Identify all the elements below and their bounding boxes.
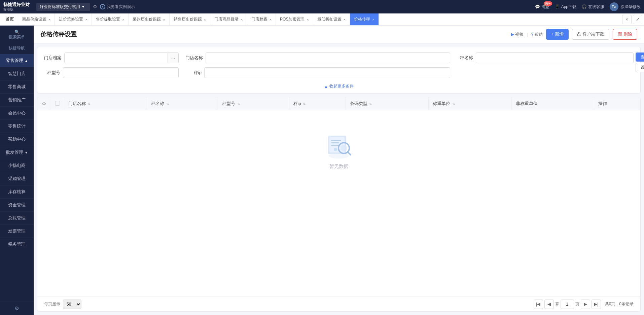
app-download-label: App下载 <box>561 4 576 10</box>
sidebar-item-inventory[interactable]: 库存核算 <box>0 185 34 198</box>
page-next-button[interactable]: ▶ <box>581 300 590 309</box>
svg-point-7 <box>341 145 347 151</box>
edition-settings-icon[interactable]: ⚙ <box>93 4 97 9</box>
filter-scale-name-label: 秤名称 <box>457 55 473 61</box>
sidebar-item-retail[interactable]: 零售管理 ▲ <box>0 54 34 67</box>
filter-scale-ip-input[interactable] <box>204 67 450 78</box>
download-button-label: 凸 客户端下载 <box>577 31 605 37</box>
sidebar-item-purchase[interactable]: 采购管理 <box>0 172 34 185</box>
video-icon: ▶ <box>511 32 514 37</box>
tab-store-file[interactable]: 门店档案 × <box>247 13 276 26</box>
tab-commodity-price-close[interactable]: × <box>48 18 50 22</box>
filter-store-file-btn[interactable]: ··· <box>168 53 179 63</box>
tab-sale-history-label: 销售历史价跟踪 <box>174 16 202 22</box>
help-link[interactable]: ? 帮助 <box>531 32 543 37</box>
app-download-button[interactable]: 📱 App下载 <box>555 4 576 10</box>
page-label: 算 <box>555 301 559 307</box>
empty-state: 暂无数据 <box>37 110 640 190</box>
sidebar-item-invoice[interactable]: 发票管理 <box>0 224 34 238</box>
tab-purchase-strategy-close[interactable]: × <box>85 18 87 22</box>
page-last-button[interactable]: ▶| <box>592 300 601 309</box>
table-scroll[interactable]: ⚙ 门店名称 ⇅ 秤名称 ⇅ 秤型号 ⇅ 秤ip ⇅ 条码类型 ⇅ 称重单位 ⇅… <box>37 97 640 296</box>
filter-row-1: 门店档案 ··· 门店名称 秤名称 查询 <box>44 53 634 63</box>
tab-min-discount-close[interactable]: × <box>344 18 346 22</box>
tab-home-label: 首页 <box>6 16 14 22</box>
tab-sale-price-close[interactable]: × <box>122 18 124 22</box>
select-all-checkbox[interactable] <box>55 101 60 106</box>
tab-store-file-close[interactable]: × <box>270 18 272 22</box>
sidebar-item-retail-stats[interactable]: 零售统计 <box>0 119 34 133</box>
sort-scale-name-icon[interactable]: ⇅ <box>166 102 169 106</box>
sort-weight-unit-icon[interactable]: ⇅ <box>452 102 455 106</box>
help-icon: ? <box>531 32 534 37</box>
sidebar-search[interactable]: 🔍 搜索菜单 <box>0 27 34 43</box>
sort-scale-model-icon[interactable]: ⇅ <box>237 102 240 106</box>
tab-price-transfer-close[interactable]: × <box>372 18 374 22</box>
per-page-select[interactable]: 50 20 100 <box>63 300 81 309</box>
sort-scale-ip-icon[interactable]: ⇅ <box>303 102 306 106</box>
sidebar-item-tax[interactable]: 税务管理 <box>0 238 34 251</box>
sidebar-item-ecommerce[interactable]: 小畅电商 <box>0 159 34 172</box>
tab-store-catalog[interactable]: 门店商品目录 × <box>210 13 247 26</box>
page-prev-button[interactable]: ◀ <box>544 300 554 309</box>
app-logo: 畅捷通好业财 标准版 <box>3 2 34 11</box>
tab-price-transfer[interactable]: 价格传秤 × <box>350 13 379 26</box>
messages-button[interactable]: 💬 消息 99+ <box>535 4 549 10</box>
tab-purchase-strategy[interactable]: 进价策略设置 × <box>55 13 92 26</box>
sidebar-item-retail-mall[interactable]: 零售商城 <box>0 80 34 93</box>
demo-link[interactable]: ● 我要看实例演示 <box>100 4 135 10</box>
tab-store-catalog-label: 门店商品目录 <box>214 16 239 22</box>
tab-purchase-history[interactable]: 采购历史价跟踪 × <box>129 13 169 26</box>
content-area: 🔍 搜索菜单 快捷导航 零售管理 ▲ 智慧门店 零售商城 营销推广 会员中心 零… <box>0 26 644 315</box>
filter-store-file-input[interactable] <box>64 53 168 63</box>
tab-pos-manage[interactable]: POS加密管理 × <box>276 13 313 26</box>
th-settings[interactable]: ⚙ <box>37 97 51 110</box>
download-button[interactable]: 凸 客户端下载 <box>572 29 610 40</box>
add-button[interactable]: + 新增 <box>546 29 569 40</box>
collapse-button[interactable]: ▲ 收起更多条件 <box>324 83 354 89</box>
sidebar-item-invoice-label: 发票管理 <box>8 228 26 234</box>
sidebar-item-retail-label: 零售管理 <box>6 58 23 64</box>
tab-min-discount[interactable]: 最低折扣设置 × <box>313 13 350 26</box>
page-number-input[interactable] <box>561 300 574 309</box>
filter-scale-ip-label: 秤ip <box>185 70 202 76</box>
tab-expand-action[interactable]: ⤢ <box>633 15 642 24</box>
sidebar-item-smart-store[interactable]: 智慧门店 <box>0 67 34 80</box>
sidebar-quick-nav[interactable]: 快捷导航 <box>0 43 34 54</box>
delete-button[interactable]: 面 删除 <box>613 29 637 40</box>
tab-store-catalog-close[interactable]: × <box>241 18 243 22</box>
edition-dropdown[interactable]: 好业财标准版交付试用 ▾ <box>36 3 90 11</box>
sort-store-name-icon[interactable]: ⇅ <box>87 102 90 106</box>
search-icon: 🔍 <box>14 30 20 34</box>
sidebar-item-wholesale-arrow-icon: ▼ <box>25 151 28 154</box>
sidebar-item-finance[interactable]: 资金管理 <box>0 198 34 211</box>
sidebar-item-ledger[interactable]: 总账管理 <box>0 211 34 224</box>
sidebar-item-member[interactable]: 会员中心 <box>0 106 34 119</box>
tab-home[interactable]: 首页 <box>2 13 18 26</box>
tab-close-action[interactable]: × <box>622 15 632 24</box>
tab-commodity-price[interactable]: 商品价格设置 × <box>18 13 55 26</box>
settings-button[interactable]: 设置 <box>636 63 644 72</box>
sidebar-item-help[interactable]: 帮助中心 <box>0 133 34 146</box>
tab-purchase-history-close[interactable]: × <box>163 18 165 22</box>
sort-barcode-type-icon[interactable]: ⇅ <box>369 102 372 106</box>
sidebar-item-marketing[interactable]: 营销推广 <box>0 93 34 106</box>
query-button[interactable]: 查询 <box>636 53 644 62</box>
tab-sale-price[interactable]: 售价提取设置 × <box>92 13 129 26</box>
th-check[interactable] <box>51 97 64 110</box>
filter-scale-model-input[interactable] <box>63 67 179 78</box>
th-scale-model: 秤型号 ⇅ <box>218 97 289 110</box>
filter-scale-name-input[interactable] <box>476 53 634 63</box>
tab-sale-history-close[interactable]: × <box>204 18 206 22</box>
video-link[interactable]: ▶ 视频 <box>511 32 523 37</box>
tab-sale-history[interactable]: 销售历史价跟踪 × <box>170 13 210 26</box>
filter-store-name-input[interactable] <box>206 53 450 63</box>
page-first-button[interactable]: |◀ <box>534 300 543 309</box>
collapse-label: 收起更多条件 <box>329 83 354 89</box>
phone-icon: 📱 <box>555 4 560 9</box>
sidebar-settings-icon[interactable]: ⚙ <box>0 302 34 315</box>
tab-pos-manage-close[interactable]: × <box>307 18 309 22</box>
user-menu[interactable]: Ea 徐泽华修改 <box>610 2 641 11</box>
sidebar-item-wholesale[interactable]: 批发管理 ▼ <box>0 146 34 159</box>
online-service-button[interactable]: 🎧 在线客服 <box>582 4 604 10</box>
